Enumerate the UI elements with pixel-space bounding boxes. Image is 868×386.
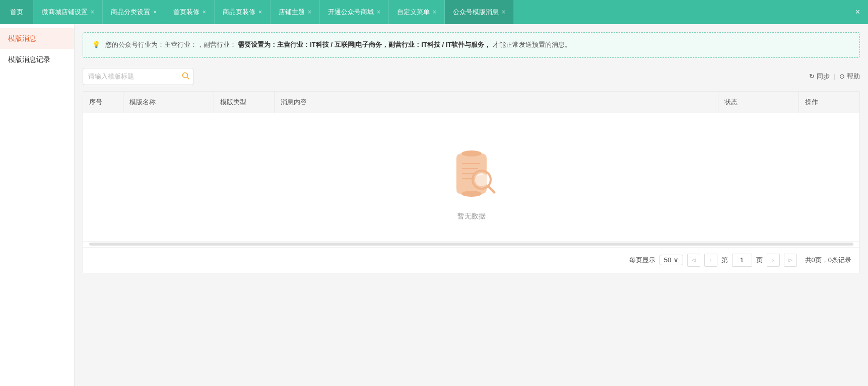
divider: | (834, 72, 835, 80)
per-page-value: 50 (664, 256, 671, 264)
homepage-tab-close[interactable]: × (203, 9, 206, 16)
th-name: 模版名称 (123, 92, 214, 113)
per-page-label: 每页显示 (629, 256, 655, 265)
scrollbar-track[interactable] (89, 243, 853, 246)
svg-point-10 (475, 173, 488, 186)
page-total: 共0页，0条记录 (805, 256, 851, 265)
theme-tab-label: 店铺主题 (279, 8, 305, 17)
nav-tab-homepage[interactable]: 首页装修 × (165, 0, 215, 24)
home-tab-label: 首页 (10, 8, 23, 17)
svg-point-4 (461, 191, 482, 197)
sidebar-item-label: 模版消息 (8, 34, 36, 42)
category-tab-label: 商品分类设置 (111, 8, 150, 17)
last-page-button[interactable]: ⊳ (784, 254, 797, 267)
nav-tab-weshop[interactable]: 微商城店铺设置 × (34, 0, 103, 24)
first-page-button[interactable]: ⊲ (687, 254, 700, 267)
help-circle-icon: ⊙ (839, 72, 845, 80)
homepage-tab-label: 首页装修 (173, 8, 199, 17)
sidebar-item-template-msg-record[interactable]: 模版消息记录 (0, 49, 74, 70)
templatemsg-tab-close[interactable]: × (502, 9, 505, 16)
scrollbar-area (83, 241, 859, 247)
pagination: 每页显示 50 ∨ ⊲ ‹ 第 页 › ⊳ 共0页，0条记录 (83, 247, 859, 273)
page-input[interactable] (732, 254, 752, 267)
table-wrapper: 序号 模版名称 模版类型 消息内容 状态 操作 (83, 91, 860, 273)
page-label: 第 (721, 256, 728, 265)
nav-tab-home[interactable]: 首页 (0, 0, 34, 24)
weshop-tab-label: 微商城店铺设置 (42, 8, 88, 17)
help-label: 帮助 (847, 72, 860, 81)
svg-line-11 (488, 186, 494, 192)
page-suffix: 页 (756, 256, 763, 265)
custommenu-tab-label: 自定义菜单 (397, 8, 430, 17)
search-button[interactable] (182, 72, 189, 81)
nav-tab-productpage[interactable]: 商品页装修 × (215, 0, 271, 24)
openstore-tab-label: 开通公众号商城 (328, 8, 374, 17)
openstore-tab-close[interactable]: × (377, 9, 380, 16)
th-content: 消息内容 (275, 92, 718, 113)
search-input[interactable] (83, 68, 193, 85)
sync-label: 同步 (817, 72, 830, 81)
svg-point-3 (461, 150, 482, 157)
search-bar: ↻ 同步 | ⊙ 帮助 (83, 68, 860, 85)
search-icon (182, 72, 189, 80)
sync-button[interactable]: ↻ 同步 (809, 72, 830, 81)
sidebar-item-template-msg[interactable]: 模版消息 (0, 28, 74, 49)
table-header: 序号 模版名称 模版类型 消息内容 状态 操作 (83, 92, 859, 113)
productpage-tab-label: 商品页装修 (223, 8, 255, 17)
notice-text-highlight: 需要设置为：主营行业：IT科技 / 互联网|电子商务，副营行业：IT科技 / I… (238, 41, 491, 48)
th-type: 模版类型 (214, 92, 275, 113)
search-right: ↻ 同步 | ⊙ 帮助 (809, 72, 860, 81)
notice-text-prefix: 您的公众号行业为：主营行业：，副营行业： (105, 41, 236, 48)
svg-line-1 (187, 77, 189, 79)
custommenu-tab-close[interactable]: × (433, 9, 436, 16)
sidebar: 模版消息 模版消息记录 (0, 24, 75, 386)
close-all-button[interactable]: × (847, 8, 868, 17)
category-tab-close[interactable]: × (153, 9, 157, 16)
chevron-down-icon: ∨ (674, 256, 679, 264)
nav-tab-custommenu[interactable]: 自定义菜单 × (389, 0, 445, 24)
empty-illustration (441, 143, 502, 204)
sync-icon: ↻ (809, 72, 815, 80)
templatemsg-tab-label: 公众号模版消息 (453, 8, 499, 17)
sidebar-item-label: 模版消息记录 (8, 55, 50, 63)
main-layout: 模版消息 模版消息记录 💡 您的公众号行业为：主营行业：，副营行业： 需要设置为… (0, 24, 868, 386)
help-button[interactable]: ⊙ 帮助 (839, 72, 860, 81)
main-content: 💡 您的公众号行业为：主营行业：，副营行业： 需要设置为：主营行业：IT科技 /… (75, 24, 868, 386)
productpage-tab-close[interactable]: × (258, 9, 262, 16)
theme-tab-close[interactable]: × (308, 9, 311, 16)
notice-box: 💡 您的公众号行业为：主营行业：，副营行业： 需要设置为：主营行业：IT科技 /… (83, 32, 860, 58)
nav-tab-theme[interactable]: 店铺主题 × (271, 0, 320, 24)
notice-text-suffix: 才能正常发送预置的消息。 (493, 41, 571, 48)
weshop-tab-close[interactable]: × (91, 9, 94, 16)
empty-state: 暂无数据 (83, 113, 859, 241)
notice-icon: 💡 (92, 41, 100, 48)
prev-page-button[interactable]: ‹ (704, 254, 717, 267)
th-status: 状态 (718, 92, 799, 113)
nav-tab-category[interactable]: 商品分类设置 × (103, 0, 165, 24)
next-page-button[interactable]: › (767, 254, 780, 267)
nav-tab-openstore[interactable]: 开通公众号商城 × (320, 0, 389, 24)
per-page-select[interactable]: 50 ∨ (659, 255, 683, 265)
top-nav: 首页 微商城店铺设置 × 商品分类设置 × 首页装修 × 商品页装修 × 店铺主… (0, 0, 868, 24)
th-index: 序号 (83, 92, 123, 113)
nav-tab-templatemsg[interactable]: 公众号模版消息 × (445, 0, 514, 24)
empty-text: 暂无数据 (457, 212, 486, 221)
search-left (83, 68, 193, 85)
th-action: 操作 (799, 92, 859, 113)
